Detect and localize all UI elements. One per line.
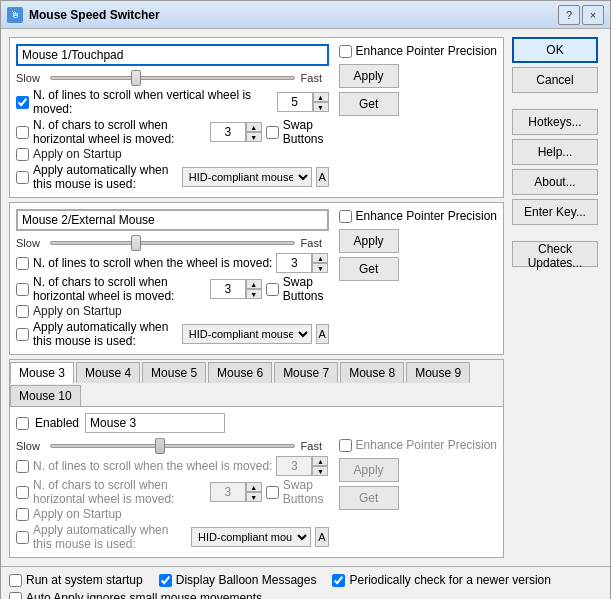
mouse1-slider-thumb[interactable]	[131, 70, 141, 86]
mouse2-slider-track[interactable]	[50, 241, 295, 245]
tab-mouse6[interactable]: Mouse 6	[208, 362, 272, 383]
mouse3-lines-scroll-label: N. of lines to scroll when the wheel is …	[33, 459, 272, 473]
mouse3-apply-auto-check[interactable]	[16, 531, 29, 544]
mouse2-enhance-label: Enhance Pointer Precision	[356, 209, 497, 223]
hotkeys-button[interactable]: Hotkeys...	[512, 109, 598, 135]
mouse2-apply-startup-check[interactable]	[16, 305, 29, 318]
mouse3-tab-content: Enabled Slow Fast	[10, 407, 503, 557]
mouse3-chars-spin-down[interactable]: ▼	[246, 492, 262, 502]
tab-mouse10[interactable]: Mouse 10	[10, 385, 81, 406]
mouse3-chars-scroll-check[interactable]	[16, 486, 29, 499]
mouse1-slow-label: Slow	[16, 72, 44, 84]
about-button[interactable]: About...	[512, 169, 598, 195]
tab-mouse7[interactable]: Mouse 7	[274, 362, 338, 383]
mouse2-chars-spin-input[interactable]	[210, 279, 246, 299]
mouse2-apply-auto-check[interactable]	[16, 328, 29, 341]
mouse2-lines-spin-up[interactable]: ▲	[312, 253, 328, 263]
mouse1-apply-btn[interactable]: Apply	[339, 64, 399, 88]
mouse3-fast-label: Fast	[301, 440, 329, 452]
mouse3-slider-track[interactable]	[50, 444, 295, 448]
mouse3-name-input[interactable]	[85, 413, 225, 433]
tab-mouse4[interactable]: Mouse 4	[76, 362, 140, 383]
mouse2-enhance-check[interactable]	[339, 210, 352, 223]
mouse3-enhance-check[interactable]	[339, 439, 352, 452]
mouse2-chars-spin-down[interactable]: ▼	[246, 289, 262, 299]
mouse2-swap-check[interactable]	[266, 283, 279, 296]
mouse1-chars-spin-up[interactable]: ▲	[246, 122, 262, 132]
mouse1-apply-auto-label: Apply automatically when this mouse is u…	[33, 163, 178, 191]
mouse1-lines-spin-down[interactable]: ▼	[313, 102, 329, 112]
mouse1-chars-scroll-check[interactable]	[16, 126, 29, 139]
mouse2-get-btn[interactable]: Get	[339, 257, 399, 281]
mouse3-enabled-check[interactable]	[16, 417, 29, 430]
mouse1-apply-startup-check[interactable]	[16, 148, 29, 161]
mouse2-slider-thumb[interactable]	[131, 235, 141, 251]
mouse1-name-input[interactable]	[16, 44, 329, 66]
run-startup-check[interactable]	[9, 574, 22, 587]
mouse3-apply-btn[interactable]: Apply	[339, 458, 399, 482]
mouse1-lines-scroll-check[interactable]	[16, 96, 29, 109]
mouse2-device-select[interactable]: HID-compliant mouse (#1)	[182, 324, 312, 344]
mouse3-chars-spinbox: ▲ ▼	[210, 482, 262, 502]
tab-mouse9[interactable]: Mouse 9	[406, 362, 470, 383]
mouse2-right-col: Enhance Pointer Precision Apply Get	[339, 209, 497, 348]
tab-mouse3[interactable]: Mouse 3	[10, 362, 74, 384]
tab-mouse5[interactable]: Mouse 5	[142, 362, 206, 383]
mouse2-apply-btn[interactable]: Apply	[339, 229, 399, 253]
mouse1-chars-spin-input[interactable]	[210, 122, 246, 142]
mouse3-slider-row: Slow Fast	[16, 438, 329, 454]
check-updates-button[interactable]: Check Updates...	[512, 241, 598, 267]
mouse2-lines-spin-input[interactable]	[276, 253, 312, 273]
mouse2-slider-row: Slow Fast	[16, 235, 329, 251]
mouse1-get-btn[interactable]: Get	[339, 92, 399, 116]
mouse3-chars-spin-input[interactable]	[210, 482, 246, 502]
balloon-label: Display Balloon Messages	[176, 573, 317, 587]
mouse1-enhance-check[interactable]	[339, 45, 352, 58]
main-content: Slow Fast N. of lines to scroll when ver…	[1, 29, 610, 566]
mouse1-slider-track[interactable]	[50, 76, 295, 80]
cancel-button[interactable]: Cancel	[512, 67, 598, 93]
close-button[interactable]: ×	[582, 5, 604, 25]
mouse3-swap-label: Swap Buttons	[283, 478, 329, 506]
auto-apply-label: Auto Apply ignores small mouse movements	[26, 591, 262, 599]
periodic-check[interactable]	[332, 574, 345, 587]
auto-apply-check[interactable]	[9, 592, 22, 600]
mouse3-chars-spin-up[interactable]: ▲	[246, 482, 262, 492]
mouse2-lines-spin-down[interactable]: ▼	[312, 263, 328, 273]
mouse2-apply-startup-label: Apply on Startup	[33, 304, 122, 318]
mouse2-lines-scroll-check[interactable]	[16, 257, 29, 270]
divider2	[512, 229, 602, 237]
mouse1-swap-check[interactable]	[266, 126, 279, 139]
enter-key-button[interactable]: Enter Key...	[512, 199, 598, 225]
mouse1-chars-spin-down[interactable]: ▼	[246, 132, 262, 142]
mouse1-lines-spin-up[interactable]: ▲	[313, 92, 329, 102]
mouse3-get-btn[interactable]: Get	[339, 486, 399, 510]
mouse2-device-btn[interactable]: A	[316, 324, 329, 344]
mouse3-lines-spin-up[interactable]: ▲	[312, 456, 328, 466]
mouse3-swap-check[interactable]	[266, 486, 279, 499]
mouse1-device-btn[interactable]: A	[316, 167, 329, 187]
tab-mouse8[interactable]: Mouse 8	[340, 362, 404, 383]
mouse3-apply-startup-check[interactable]	[16, 508, 29, 521]
left-panel: Slow Fast N. of lines to scroll when ver…	[9, 37, 504, 558]
mouse2-swap-label: Swap Buttons	[283, 275, 329, 303]
mouse3-lines-spin-input[interactable]	[276, 456, 312, 476]
mouse1-apply-auto-check[interactable]	[16, 171, 29, 184]
mouse3-lines-scroll-check[interactable]	[16, 460, 29, 473]
run-startup-label: Run at system startup	[26, 573, 143, 587]
mouse1-lines-spin-input[interactable]	[277, 92, 313, 112]
balloon-check[interactable]	[159, 574, 172, 587]
mouse2-chars-scroll-check[interactable]	[16, 283, 29, 296]
mouse2-chars-spin-up[interactable]: ▲	[246, 279, 262, 289]
mouse3-device-btn[interactable]: A	[315, 527, 328, 547]
mouse3-device-select[interactable]: HID-compliant mouse (#1)	[191, 527, 311, 547]
mouse3-slider-thumb[interactable]	[155, 438, 165, 454]
help-button[interactable]: Help...	[512, 139, 598, 165]
mouse2-name-input[interactable]	[16, 209, 329, 231]
ok-button[interactable]: OK	[512, 37, 598, 63]
mouse1-swap-label: Swap Buttons	[283, 118, 329, 146]
mouse3-lines-spin-down[interactable]: ▼	[312, 466, 328, 476]
help-title-button[interactable]: ?	[558, 5, 580, 25]
mouse1-device-select[interactable]: HID-compliant mouse (#1)	[182, 167, 312, 187]
mouse2-lines-spinbox: ▲ ▼	[276, 253, 328, 273]
